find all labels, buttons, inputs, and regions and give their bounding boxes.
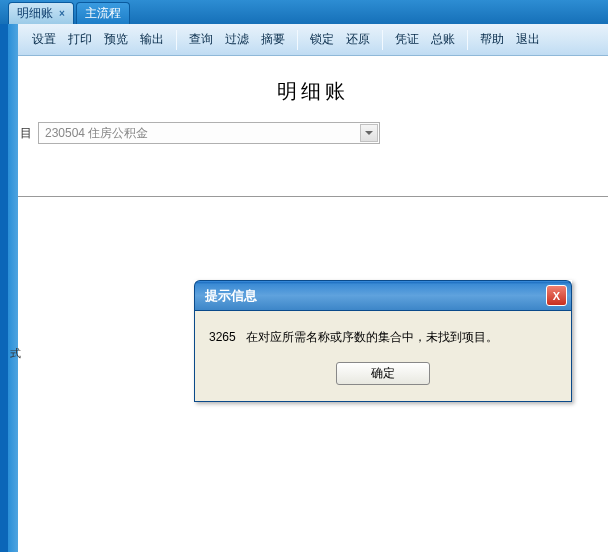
dialog-titlebar[interactable]: 提示信息 X: [194, 280, 572, 310]
toolbar-print[interactable]: 打印: [64, 29, 96, 50]
account-combo[interactable]: 230504 住房公积金: [38, 122, 380, 144]
tab-bar: 明细账 × 主流程: [0, 0, 608, 24]
tab-detail-ledger[interactable]: 明细账 ×: [8, 2, 74, 24]
toolbar-lock[interactable]: 锁定: [306, 29, 338, 50]
toolbar-exit[interactable]: 退出: [512, 29, 544, 50]
chevron-down-icon: [365, 131, 373, 135]
filter-label-fragment: 目: [20, 125, 32, 142]
tab-label: 主流程: [85, 5, 121, 22]
toolbar-preview[interactable]: 预览: [100, 29, 132, 50]
toolbar-separator: [382, 30, 383, 50]
toolbar-summary[interactable]: 摘要: [257, 29, 289, 50]
combo-value: 230504 住房公积金: [45, 125, 148, 142]
sidebar-strip: [8, 24, 18, 552]
toolbar: 设置 打印 预览 输出 查询 过滤 摘要 锁定 还原 凭证 总账 帮助 退出: [18, 24, 608, 56]
close-icon[interactable]: ×: [59, 8, 65, 19]
toolbar-separator: [297, 30, 298, 50]
toolbar-query[interactable]: 查询: [185, 29, 217, 50]
toolbar-separator: [176, 30, 177, 50]
tab-label: 明细账: [17, 5, 53, 22]
toolbar-output[interactable]: 输出: [136, 29, 168, 50]
page-title: 明细账: [18, 78, 608, 105]
toolbar-help[interactable]: 帮助: [476, 29, 508, 50]
dialog-message: 3265 在对应所需名称或序数的集合中，未找到项目。: [209, 329, 557, 346]
toolbar-filter[interactable]: 过滤: [221, 29, 253, 50]
ok-button[interactable]: 确定: [336, 362, 430, 385]
dialog-body: 3265 在对应所需名称或序数的集合中，未找到项目。 确定: [194, 310, 572, 402]
toolbar-separator: [467, 30, 468, 50]
combo-dropdown-button[interactable]: [360, 124, 378, 142]
dialog-close-button[interactable]: X: [546, 285, 567, 306]
tab-main-flow[interactable]: 主流程: [76, 2, 130, 24]
error-text: 在对应所需名称或序数的集合中，未找到项目。: [246, 330, 498, 344]
dialog-actions: 确定: [209, 362, 557, 385]
close-icon: X: [553, 290, 560, 302]
toolbar-settings[interactable]: 设置: [28, 29, 60, 50]
dialog-title-text: 提示信息: [205, 287, 257, 305]
window-left-border: [0, 0, 8, 552]
toolbar-restore[interactable]: 还原: [342, 29, 374, 50]
toolbar-voucher[interactable]: 凭证: [391, 29, 423, 50]
toolbar-ledger[interactable]: 总账: [427, 29, 459, 50]
alert-dialog: 提示信息 X 3265 在对应所需名称或序数的集合中，未找到项目。 确定: [194, 280, 572, 402]
filter-row: 目 230504 住房公积金: [18, 122, 380, 144]
error-code: 3265: [209, 330, 236, 344]
